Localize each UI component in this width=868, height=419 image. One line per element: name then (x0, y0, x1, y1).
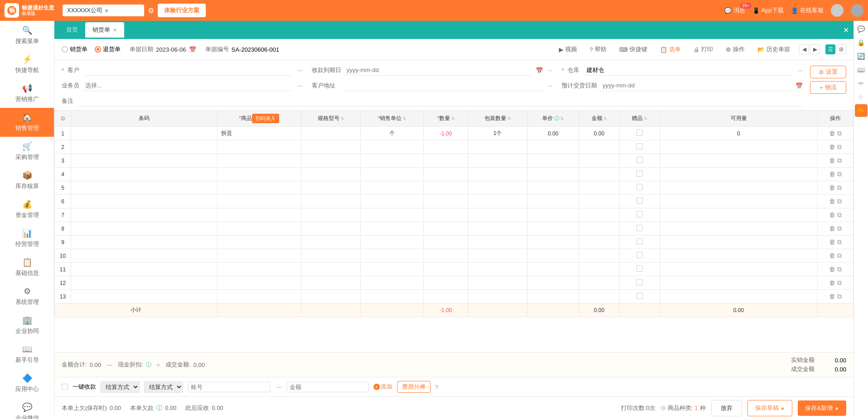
rt-edit-btn[interactable]: ✏ (855, 77, 868, 90)
cell-price[interactable] (527, 181, 579, 195)
copy-icon[interactable]: ⧉ (837, 211, 842, 219)
rt-refresh-btn[interactable]: 🔄 (855, 50, 868, 63)
tab-home[interactable]: 首页 (59, 22, 85, 38)
cell-gift[interactable] (619, 236, 659, 249)
cell-barcode[interactable] (71, 276, 218, 290)
cell-barcode[interactable] (71, 249, 218, 263)
cell-goods[interactable] (217, 140, 301, 154)
cell-pkg-qty[interactable] (468, 236, 527, 249)
cell-barcode[interactable] (71, 208, 218, 222)
sidebar-item-search[interactable]: 🔍 搜索菜单 (0, 21, 54, 50)
expected-date-input[interactable] (600, 80, 793, 91)
sidebar-item-operation[interactable]: 📊 经营管理 (0, 224, 54, 253)
warehouse-dots-icon[interactable]: ··· (797, 67, 803, 74)
cell-price[interactable] (527, 276, 579, 290)
avatar2[interactable] (851, 4, 863, 17)
cell-pkg-qty[interactable] (468, 276, 527, 290)
settings-btn[interactable]: ⚙ 设置 (810, 66, 846, 78)
cell-price[interactable] (527, 290, 579, 303)
tab-close-all-icon[interactable]: ✕ (843, 26, 849, 34)
cell-amount[interactable] (579, 154, 619, 168)
sidebar-item-enterprise[interactable]: 🏢 企业协同 (0, 311, 54, 340)
cell-qty[interactable] (424, 181, 468, 195)
cell-gift[interactable] (619, 208, 659, 222)
cell-amount[interactable] (579, 168, 619, 181)
cell-spec[interactable] (301, 276, 360, 290)
cell-pkg-qty[interactable] (468, 263, 527, 276)
cell-qty[interactable] (424, 222, 468, 236)
cell-amount[interactable]: 0.00 (579, 127, 619, 140)
rt-star-btn[interactable]: ☆ (855, 91, 868, 103)
cell-goods[interactable] (217, 181, 301, 195)
cell-goods[interactable] (217, 222, 301, 236)
delete-icon[interactable]: 🗑 (829, 225, 835, 232)
cell-gift[interactable] (619, 168, 659, 181)
copy-icon[interactable]: ⧉ (837, 238, 842, 246)
amount-input[interactable] (286, 382, 369, 392)
cell-qty[interactable] (424, 208, 468, 222)
tab-close-icon[interactable]: ✕ (113, 27, 117, 33)
cell-price[interactable] (527, 263, 579, 276)
cell-qty[interactable] (424, 249, 468, 263)
sidebar-item-wechat[interactable]: 💬 企业微信 (0, 398, 54, 419)
rt-comment-btn[interactable]: 💬 (855, 23, 868, 35)
cell-barcode[interactable] (71, 181, 218, 195)
account-input[interactable] (188, 382, 270, 392)
salesman-input[interactable] (82, 80, 293, 91)
recv-date-dots-icon[interactable]: ··· (548, 67, 553, 74)
gear-icon[interactable]: ⚙ (60, 115, 66, 122)
cell-amount[interactable] (579, 276, 619, 290)
cell-gift[interactable] (619, 290, 659, 303)
add-payment-btn[interactable]: + 添加 (373, 383, 393, 391)
fee-btn[interactable]: 费用分摊 (397, 381, 431, 393)
cell-barcode[interactable] (71, 168, 218, 181)
warehouse-input[interactable] (584, 65, 793, 76)
delete-icon[interactable]: 🗑 (829, 252, 835, 260)
cell-amount[interactable] (579, 236, 619, 249)
cell-spec[interactable] (301, 263, 360, 276)
delete-icon[interactable]: 🗑 (829, 170, 835, 178)
payment-calc-select[interactable]: 结算方式 (144, 381, 183, 393)
cell-pkg-qty[interactable] (468, 290, 527, 303)
cell-spec[interactable] (301, 249, 360, 263)
cell-unit[interactable] (360, 195, 424, 208)
expected-date-cal-icon[interactable]: 📅 (795, 82, 803, 89)
gift-sort-icon[interactable]: ⇅ (644, 116, 647, 121)
cell-pkg-qty[interactable] (468, 208, 527, 222)
delete-icon[interactable]: 🗑 (829, 293, 835, 300)
radio-return[interactable]: 退货单 (95, 45, 121, 53)
cell-goods[interactable] (217, 195, 301, 208)
header-ops-btn[interactable]: ⚙ 操作 (722, 43, 748, 55)
cell-spec[interactable] (301, 222, 360, 236)
save-draft-btn[interactable]: 保存草稿 ▲ (747, 400, 793, 416)
recv-date-calendar-icon[interactable]: 📅 (536, 67, 543, 74)
cell-pkg-qty[interactable] (468, 249, 527, 263)
cell-pkg-qty[interactable] (468, 195, 527, 208)
fee-help-icon[interactable]: ? (435, 384, 438, 390)
cell-barcode[interactable] (71, 236, 218, 249)
cell-price[interactable]: 0.00 (527, 127, 579, 140)
header-select-btn[interactable]: 📋 选单 (656, 43, 684, 55)
rt-lock-btn[interactable]: 🔒 (855, 36, 868, 49)
sidebar-item-guide[interactable]: 📖 新手引导 (0, 340, 54, 369)
cell-price[interactable] (527, 154, 579, 168)
header-print-btn[interactable]: 🖨 打印 (690, 43, 717, 55)
cell-goods[interactable] (217, 154, 301, 168)
app-download-btn[interactable]: 📱 App下载 (752, 6, 784, 14)
delete-icon[interactable]: 🗑 (829, 130, 835, 137)
header-video-btn[interactable]: ▶ 视频 (555, 43, 581, 55)
customer-addr-dots-icon[interactable]: ··· (548, 82, 553, 89)
cell-qty[interactable]: -1.00 (424, 127, 468, 140)
recv-date-input[interactable] (344, 65, 533, 76)
cell-price[interactable] (527, 222, 579, 236)
payment-method-select[interactable]: 结算方式 (101, 381, 140, 393)
save-new-btn[interactable]: 保存&新增 ▲ (798, 400, 846, 416)
cell-qty[interactable] (424, 140, 468, 154)
delete-icon[interactable]: 🗑 (829, 265, 835, 273)
cell-spec[interactable] (301, 154, 360, 168)
view-grid-btn[interactable]: ⊞ (836, 44, 846, 54)
cash-discount-info-icon[interactable]: ⓘ (146, 361, 151, 369)
sidebar-item-system[interactable]: ⚙ 系统管理 (0, 282, 54, 311)
copy-icon[interactable]: ⧉ (837, 252, 842, 260)
copy-icon[interactable]: ⧉ (837, 197, 842, 205)
